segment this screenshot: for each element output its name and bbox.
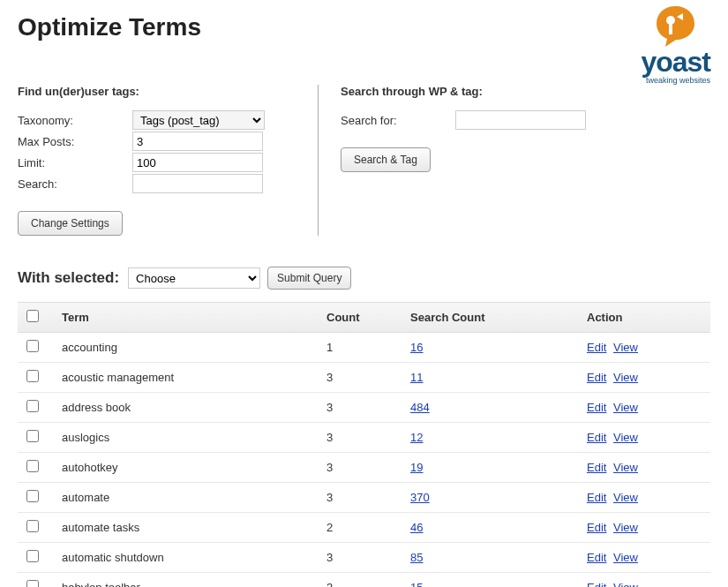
row-checkbox[interactable]: [26, 580, 39, 587]
search-and-tag-button[interactable]: Search & Tag: [341, 147, 431, 172]
action-cell: Edit View: [578, 423, 710, 453]
action-cell: Edit View: [578, 333, 710, 363]
view-link[interactable]: View: [613, 461, 638, 474]
logo-brand: yoast: [641, 50, 710, 74]
max-posts-input[interactable]: [132, 132, 263, 151]
row-checkbox[interactable]: [26, 400, 39, 412]
action-cell: Edit View: [578, 363, 710, 393]
count-cell: 3: [318, 363, 402, 393]
row-checkbox[interactable]: [26, 550, 39, 562]
search-count-link[interactable]: 46: [410, 521, 423, 534]
table-row: acoustic management311Edit View: [18, 363, 710, 393]
count-cell: 2: [318, 513, 402, 543]
edit-link[interactable]: Edit: [587, 581, 606, 587]
count-header: Count: [318, 303, 402, 333]
search-count-cell: 19: [402, 453, 578, 483]
search-count-cell: 15: [402, 573, 578, 587]
row-checkbox[interactable]: [26, 370, 39, 382]
view-link[interactable]: View: [613, 401, 638, 414]
taxonomy-select[interactable]: Tags (post_tag): [132, 110, 265, 130]
count-cell: 3: [318, 573, 402, 587]
search-count-cell: 11: [402, 363, 578, 393]
row-checkbox[interactable]: [26, 490, 39, 502]
table-row: automatic shutdown385Edit View: [18, 543, 710, 573]
svg-rect-1: [669, 24, 672, 34]
limit-label: Limit:: [18, 156, 132, 169]
view-link[interactable]: View: [613, 551, 638, 564]
view-link[interactable]: View: [613, 371, 638, 384]
view-link[interactable]: View: [613, 341, 638, 354]
search-count-header: Search Count: [402, 303, 578, 333]
yoast-logo: yoast tweaking websites: [641, 4, 710, 85]
edit-link[interactable]: Edit: [587, 461, 606, 474]
count-cell: 3: [318, 393, 402, 423]
search-tag-heading: Search through WP & tag:: [341, 85, 591, 98]
logo-tagline: tweaking websites: [641, 76, 710, 85]
table-row: accounting116Edit View: [18, 333, 710, 363]
row-checkbox[interactable]: [26, 520, 39, 532]
edit-link[interactable]: Edit: [587, 341, 606, 354]
search-count-cell: 16: [402, 333, 578, 363]
view-link[interactable]: View: [613, 581, 638, 587]
edit-link[interactable]: Edit: [587, 401, 606, 414]
edit-link[interactable]: Edit: [587, 371, 606, 384]
count-cell: 1: [318, 333, 402, 363]
count-cell: 3: [318, 483, 402, 513]
svg-point-0: [666, 16, 675, 25]
search-count-link[interactable]: 15: [410, 581, 423, 587]
search-count-cell: 85: [402, 543, 578, 573]
find-tags-panel: Find un(der)user tags: Taxonomy: Tags (p…: [18, 85, 291, 236]
edit-link[interactable]: Edit: [587, 521, 606, 534]
view-link[interactable]: View: [613, 491, 638, 504]
submit-query-button[interactable]: Submit Query: [267, 267, 351, 290]
action-cell: Edit View: [578, 453, 710, 483]
edit-link[interactable]: Edit: [587, 491, 606, 504]
table-row: auslogics312Edit View: [18, 423, 710, 453]
bulk-action-select[interactable]: Choose: [128, 267, 260, 289]
search-count-link[interactable]: 19: [410, 461, 423, 474]
search-count-cell: 12: [402, 423, 578, 453]
edit-link[interactable]: Edit: [587, 551, 606, 564]
term-cell: accounting: [53, 333, 318, 363]
action-cell: Edit View: [578, 483, 710, 513]
action-cell: Edit View: [578, 543, 710, 573]
row-checkbox[interactable]: [26, 460, 39, 472]
search-count-cell: 484: [402, 393, 578, 423]
change-settings-button[interactable]: Change Settings: [18, 211, 123, 236]
table-row: babylon toolbar315Edit View: [18, 573, 710, 587]
search-for-label: Search for:: [341, 114, 455, 127]
search-input[interactable]: [132, 174, 263, 193]
count-cell: 3: [318, 543, 402, 573]
table-row: automate tasks246Edit View: [18, 513, 710, 543]
row-checkbox[interactable]: [26, 340, 39, 352]
view-link[interactable]: View: [613, 431, 638, 444]
term-cell: acoustic management: [53, 363, 318, 393]
search-count-cell: 46: [402, 513, 578, 543]
find-tags-heading: Find un(der)user tags:: [18, 85, 291, 98]
search-count-link[interactable]: 484: [410, 401, 430, 414]
term-cell: babylon toolbar: [53, 573, 318, 587]
action-cell: Edit View: [578, 573, 710, 587]
row-checkbox[interactable]: [26, 430, 39, 442]
table-row: autohotkey319Edit View: [18, 453, 710, 483]
term-cell: automate: [53, 483, 318, 513]
view-link[interactable]: View: [613, 521, 638, 534]
count-cell: 3: [318, 423, 402, 453]
select-all-checkbox[interactable]: [26, 310, 39, 322]
action-cell: Edit View: [578, 393, 710, 423]
action-header: Action: [578, 303, 710, 333]
term-cell: autohotkey: [53, 453, 318, 483]
edit-link[interactable]: Edit: [587, 431, 606, 444]
search-count-link[interactable]: 370: [410, 491, 430, 504]
term-cell: auslogics: [53, 423, 318, 453]
search-count-link[interactable]: 85: [410, 551, 423, 564]
search-for-input[interactable]: [455, 110, 586, 130]
search-label: Search:: [18, 177, 132, 191]
search-count-link[interactable]: 12: [410, 431, 423, 444]
limit-input[interactable]: [132, 153, 263, 172]
action-cell: Edit View: [578, 513, 710, 543]
search-count-cell: 370: [402, 483, 578, 513]
search-count-link[interactable]: 16: [410, 341, 423, 354]
term-cell: automatic shutdown: [53, 543, 318, 573]
search-count-link[interactable]: 11: [410, 371, 423, 384]
